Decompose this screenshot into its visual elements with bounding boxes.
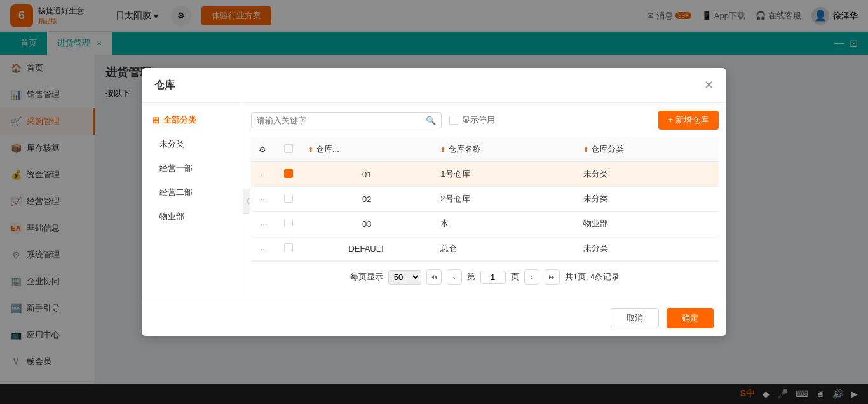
category-panel: ⊞ 全部分类 未分类 经营一部 经营二部 物业部 《 [142,103,243,300]
row-name-cell: 1号仓库 [433,162,576,187]
col-code-header[interactable]: ⬆ 仓库... [301,137,433,162]
row-checkbox[interactable] [284,194,293,203]
sort-cat-icon: ⬆ [583,146,588,153]
col-name-header[interactable]: ⬆ 仓库名称 [433,137,576,162]
table-panel: 🔍 显示停用 + 新增仓库 ⚙ [243,103,726,300]
modal-title: 仓库 [154,79,175,92]
modal-header: 仓库 ✕ [142,68,726,103]
per-page-select[interactable]: 50 20 100 [388,270,421,285]
col-checkbox-header [276,137,301,162]
select-all-checkbox[interactable] [284,144,293,153]
cancel-button[interactable]: 取消 [611,308,659,328]
pagination: 每页显示 50 20 100 ⏮ ‹ 第 页 › ⏭ 共1 [251,261,719,292]
row-category-cell: 物业部 [576,212,719,236]
category-all[interactable]: ⊞ 全部分类 [142,108,243,132]
row-category-cell: 未分类 [576,162,719,187]
row-name-cell: 总仓 [433,236,576,261]
category-property[interactable]: 物业部 [142,205,243,229]
show-disabled-checkbox-label[interactable]: 显示停用 [449,114,495,126]
sort-name-icon: ⬆ [440,146,445,153]
row-code-cell: 02 [301,187,433,212]
show-disabled-checkbox[interactable] [449,116,458,125]
row-action-icon[interactable]: ··· [261,219,268,229]
row-action-icon[interactable]: ··· [261,244,268,253]
col-category-header[interactable]: ⬆ 仓库分类 [576,137,719,162]
per-page-select-wrapper: 50 20 100 [388,270,421,285]
table-header-row: ⚙ ⬆ 仓库... [251,137,719,162]
row-checkbox[interactable] [284,243,293,252]
row-code-cell: 03 [301,212,433,236]
category-unclassified[interactable]: 未分类 [142,132,243,156]
row-checkbox-cell [276,236,301,261]
row-checkbox[interactable] [284,219,293,227]
category-collapse-button[interactable]: 《 [243,189,250,214]
category-dept2[interactable]: 经营二部 [142,180,243,205]
search-input[interactable] [257,116,426,125]
row-name-cell: 2号仓库 [433,187,576,212]
page-input[interactable] [480,271,506,284]
gear-header-icon[interactable]: ⚙ [259,145,266,154]
row-action-icon[interactable]: ··· [261,194,268,204]
row-checkbox-cell [276,187,301,212]
row-actions-cell: ··· [251,162,276,187]
col-gear-header: ⚙ [251,137,276,162]
row-actions-cell: ··· [251,187,276,212]
row-actions-cell: ··· [251,236,276,261]
warehouse-table: ⚙ ⬆ 仓库... [251,137,719,261]
modal-footer: 取消 确定 [142,300,726,336]
row-checkbox-cell [276,162,301,187]
row-checkbox-cell [276,212,301,236]
table-toolbar: 🔍 显示停用 + 新增仓库 [251,111,719,130]
table-row[interactable]: ··· 02 2号仓库 未分类 [251,187,719,212]
next-page-button[interactable]: › [524,269,539,285]
row-code-cell: 01 [301,162,433,187]
table-row[interactable]: ··· 03 水 物业部 [251,212,719,236]
confirm-button[interactable]: 确定 [667,308,714,328]
modal-body: ⊞ 全部分类 未分类 经营一部 经营二部 物业部 《 [142,103,726,300]
table-row[interactable]: ··· 01 1号仓库 未分类 [251,162,719,187]
row-checkbox[interactable] [284,169,293,178]
row-name-cell: 水 [433,212,576,236]
row-category-cell: 未分类 [576,236,719,261]
category-dept1[interactable]: 经营一部 [142,156,243,180]
sort-icon: ⬆ [308,146,313,153]
search-box: 🔍 [251,112,442,128]
prev-page-button[interactable]: ‹ [447,269,462,285]
row-action-icon[interactable]: ··· [261,170,268,179]
warehouse-modal: 仓库 ✕ ⊞ 全部分类 未分类 经营一部 经营二部 [142,68,726,336]
last-page-button[interactable]: ⏭ [545,269,560,285]
row-actions-cell: ··· [251,212,276,236]
row-code-cell: DEFAULT [301,236,433,261]
row-category-cell: 未分类 [576,187,719,212]
table-row[interactable]: ··· DEFAULT 总仓 未分类 [251,236,719,261]
add-warehouse-button[interactable]: + 新增仓库 [658,111,719,130]
first-page-button[interactable]: ⏮ [426,269,442,285]
modal-close-button[interactable]: ✕ [704,78,714,92]
grid-icon: ⊞ [152,115,159,125]
modal-overlay: 仓库 ✕ ⊞ 全部分类 未分类 经营一部 经营二部 [0,0,868,404]
search-icon[interactable]: 🔍 [426,116,436,125]
